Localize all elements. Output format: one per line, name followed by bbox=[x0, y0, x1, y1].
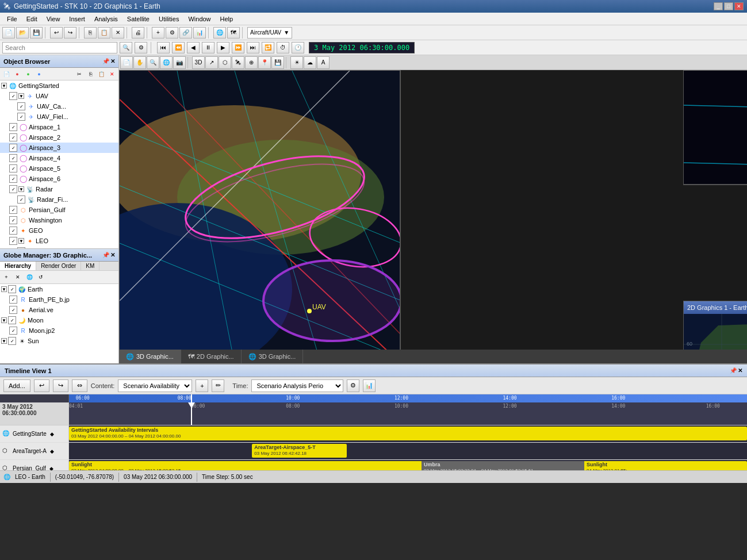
menu-help[interactable]: Help bbox=[216, 14, 238, 24]
check-airspace6[interactable]: ✓ bbox=[9, 175, 17, 183]
tree-item-radar-fi[interactable]: ✓ 📡 Radar_Fi... bbox=[0, 194, 118, 205]
gm-delete-btn[interactable]: ✕ bbox=[13, 272, 23, 282]
properties-button[interactable]: ⚙ bbox=[166, 27, 178, 39]
report-button[interactable]: 📊 bbox=[193, 27, 206, 39]
gm-item-earth[interactable]: ▼ ✓ 🌍 Earth bbox=[0, 284, 118, 294]
play-end-button[interactable]: ⏭ bbox=[247, 42, 259, 53]
vt-3d-btn[interactable]: 3D bbox=[192, 56, 205, 69]
ob-pin-icon[interactable]: 📌 bbox=[102, 58, 109, 64]
new-scenario-button[interactable]: 📄 bbox=[2, 27, 15, 39]
check-radar[interactable]: ✓ bbox=[9, 185, 17, 193]
minimize-button[interactable]: _ bbox=[714, 2, 723, 10]
tl-edit-content-btn[interactable]: ✏ bbox=[212, 379, 224, 392]
tree-item-uav[interactable]: ✓ ▼ ✈ UAV bbox=[0, 91, 118, 101]
vt-camera-btn[interactable]: 📷 bbox=[173, 56, 186, 69]
vt-export-btn[interactable]: 💾 bbox=[271, 56, 284, 69]
check-geo[interactable]: ✓ bbox=[9, 227, 17, 235]
gm-check-moon[interactable]: ✓ bbox=[8, 316, 16, 324]
tl-pin-icon[interactable]: 📌 bbox=[730, 367, 737, 374]
tl-add-content-btn[interactable]: + bbox=[196, 379, 208, 392]
gm-collapse-moon[interactable]: ▼ bbox=[1, 317, 7, 323]
check-uav-fiel[interactable]: ✓ bbox=[17, 113, 25, 121]
collapse-leo[interactable]: ▼ bbox=[18, 238, 24, 244]
vt-aim-btn[interactable]: ⊕ bbox=[245, 56, 258, 69]
check-persian-gulf[interactable]: ✓ bbox=[9, 206, 17, 214]
menu-file[interactable]: File bbox=[2, 14, 22, 24]
realtime-button[interactable]: ⏱ bbox=[277, 42, 289, 53]
tool-2d[interactable]: 🗺 bbox=[227, 27, 240, 39]
gm-item-earth-pe[interactable]: ✓ R Earth_PE_b.jp bbox=[0, 294, 118, 305]
gm-check-moon-jp2[interactable]: ✓ bbox=[9, 327, 17, 335]
gm-check-earth-pe[interactable]: ✓ bbox=[9, 296, 17, 304]
vt-sun-btn[interactable]: ☀ bbox=[290, 56, 303, 69]
ob-delete-btn[interactable]: ✕ bbox=[107, 69, 117, 79]
ob-close-icon[interactable]: ✕ bbox=[110, 58, 115, 64]
tree-item-airspace4[interactable]: ✓ ◯ Airspace_4 bbox=[0, 153, 118, 163]
maximize-button[interactable]: □ bbox=[724, 2, 733, 10]
ob-blue-button[interactable]: ● bbox=[34, 69, 44, 79]
tl-time-export-btn[interactable]: 📊 bbox=[363, 379, 376, 392]
paste-button[interactable]: 📋 bbox=[98, 27, 110, 39]
play-start-button[interactable]: ⏮ bbox=[157, 42, 170, 53]
tl-back-button[interactable]: ↩ bbox=[34, 379, 49, 392]
tl-content-select[interactable]: Scenario Availability bbox=[118, 379, 192, 392]
gm-item-moon[interactable]: ▼ ✓ 🌙 Moon bbox=[0, 315, 118, 325]
ob-new-button[interactable]: 📄 bbox=[1, 69, 12, 79]
tree-item-gettingstarted[interactable]: ▼ 🌐 GettingStarted bbox=[0, 80, 118, 91]
redo-button[interactable]: ↪ bbox=[64, 27, 76, 39]
check-washington[interactable]: ✓ bbox=[9, 216, 17, 224]
delete-button[interactable]: ✕ bbox=[112, 27, 124, 39]
search-input[interactable] bbox=[2, 42, 117, 53]
gm-check-earth[interactable]: ✓ bbox=[8, 285, 16, 293]
menu-insert[interactable]: Insert bbox=[64, 14, 90, 24]
check-airspace1[interactable]: ✓ bbox=[9, 123, 17, 131]
collapse-uav[interactable]: ▼ bbox=[18, 93, 24, 99]
tree-item-geo[interactable]: ✓ ✦ GEO bbox=[0, 225, 118, 236]
play-fwd-step-button[interactable]: ⏩ bbox=[232, 42, 244, 53]
gm-item-moon-jp2[interactable]: ✓ R Moon.jp2 bbox=[0, 325, 118, 336]
vt-sat-btn[interactable]: 🛰 bbox=[232, 56, 244, 69]
gm-pin-icon[interactable]: 📌 bbox=[102, 252, 109, 258]
tl-fwd-button[interactable]: ↪ bbox=[53, 379, 68, 392]
gm-tab-km[interactable]: KM bbox=[81, 262, 99, 270]
vt-obj-btn[interactable]: ⬡ bbox=[219, 56, 231, 69]
tl-close-icon[interactable]: ✕ bbox=[738, 367, 742, 374]
loop-button[interactable]: 🔁 bbox=[262, 42, 274, 53]
gm-collapse-sun[interactable]: ▼ bbox=[1, 338, 7, 344]
menu-edit[interactable]: Edit bbox=[22, 14, 42, 24]
view-tab-2d[interactable]: 🗺 2D Graphic... bbox=[181, 350, 242, 363]
play-back-step-button[interactable]: ⏪ bbox=[172, 42, 185, 53]
gm-check-sun[interactable]: ✓ bbox=[8, 337, 16, 345]
search-settings-button[interactable]: ⚙ bbox=[135, 42, 147, 53]
gm-refresh-btn[interactable]: ↺ bbox=[36, 272, 46, 282]
insert-object-button[interactable]: + bbox=[152, 27, 164, 39]
play-forward-button[interactable]: ▶ bbox=[217, 42, 229, 53]
ob-green-button[interactable]: ● bbox=[23, 69, 33, 79]
check-airspace5[interactable]: ✓ bbox=[9, 164, 17, 172]
gm-tab-hierarchy[interactable]: Hierarchy bbox=[0, 262, 36, 270]
play-back-button[interactable]: ◀ bbox=[187, 42, 200, 53]
tree-item-uav-ca[interactable]: ✓ ✈ UAV_Ca... bbox=[0, 101, 118, 112]
tl-add-button[interactable]: Add... bbox=[3, 379, 30, 392]
save-button[interactable]: 💾 bbox=[30, 27, 43, 39]
view-tab-3d-2[interactable]: 🌐 3D Graphic... bbox=[242, 350, 304, 363]
tree-item-persian-gulf[interactable]: ✓ ⬡ Persian_Gulf bbox=[0, 205, 118, 215]
check-radar-fi[interactable]: ✓ bbox=[17, 195, 25, 204]
vt-path-btn[interactable]: 📍 bbox=[258, 56, 271, 69]
tree-item-uav-fiel[interactable]: ✓ ✈ UAV_Fiel... bbox=[0, 112, 118, 122]
time-sync-button[interactable]: 🕐 bbox=[292, 42, 304, 53]
tree-item-airspace6[interactable]: ✓ ◯ Airspace_6 bbox=[0, 174, 118, 184]
search-go-button[interactable]: 🔍 bbox=[120, 42, 132, 53]
gm-add-btn[interactable]: + bbox=[1, 272, 12, 282]
gm-collapse-earth[interactable]: ▼ bbox=[1, 286, 7, 292]
menu-satellite[interactable]: Satellite bbox=[122, 14, 154, 24]
ob-paste-btn[interactable]: 📋 bbox=[96, 69, 106, 79]
pause-button[interactable]: ⏸ bbox=[202, 42, 214, 53]
tree-item-leo[interactable]: ✓ ▼ ✦ LEO bbox=[0, 236, 118, 246]
access-button[interactable]: 🔗 bbox=[179, 27, 192, 39]
tl-link-button[interactable]: ⇔ bbox=[72, 379, 87, 392]
print-button[interactable]: 🖨 bbox=[132, 27, 144, 39]
undo-button[interactable]: ↩ bbox=[50, 27, 63, 39]
vt-new-btn[interactable]: 📄 bbox=[120, 56, 133, 69]
open-button[interactable]: 📂 bbox=[16, 27, 29, 39]
